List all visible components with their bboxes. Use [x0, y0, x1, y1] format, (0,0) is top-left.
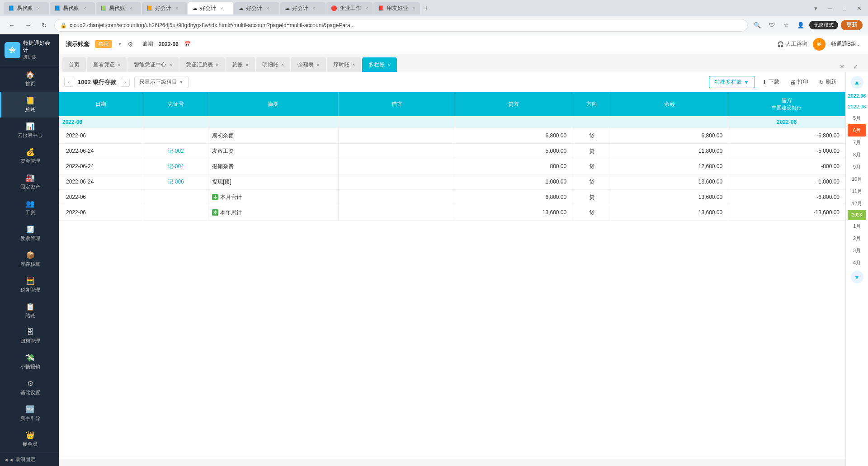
expand-tab-area-button[interactable]: ⤢ [850, 61, 861, 72]
extension-icon[interactable]: 🛡 [766, 19, 778, 31]
tab-enterprise[interactable]: 🔴 企业工作 × [326, 2, 373, 14]
bookmark-icon[interactable]: ☆ [780, 19, 792, 31]
sidebar-item-expense[interactable]: 💸 小畅报销 [0, 349, 59, 375]
tab-home[interactable]: 首页 [62, 57, 86, 72]
tab-close-2[interactable]: × [83, 5, 86, 11]
tab-youyou[interactable]: 📕 用友好业 × [373, 2, 420, 14]
calendar-icon[interactable]: 📅 [184, 41, 191, 47]
tab-yidaizhang-3[interactable]: 📗 易代账 × [96, 2, 141, 14]
next-account-button[interactable]: › [121, 78, 130, 87]
tab-haokuaiji-3[interactable]: ☁ 好会计 × [234, 2, 279, 14]
date-nav-jan[interactable]: 1月 [846, 220, 868, 232]
maximize-button[interactable]: □ [839, 3, 850, 14]
tab-balance-sheet[interactable]: 余额表 × [291, 57, 326, 72]
sidebar-item-tax[interactable]: 🧮 税务管理 [0, 272, 59, 298]
tab-close-7[interactable]: × [312, 5, 315, 11]
consult-button[interactable]: 🎧 人工咨询 [777, 40, 807, 48]
tab-yidaizhang-1[interactable]: 📘 易代账 × [4, 2, 49, 14]
sidebar-item-fixed-assets[interactable]: 🏭 固定资产 [0, 169, 59, 195]
sidebar-item-guide[interactable]: 🆕 新手引导 [0, 400, 59, 426]
tab-close-3[interactable]: × [129, 5, 132, 11]
date-nav-november[interactable]: 11月 [846, 185, 868, 198]
multi-ledger-button[interactable]: 特殊多栏账 ▼ [709, 76, 755, 88]
tab-haokuaiji-1[interactable]: 📙 好会计 × [142, 2, 187, 14]
url-input[interactable]: 🔒 cloud2.chanjet.com/accounting/uh26t264… [54, 19, 748, 32]
tab-close-chronological-ledger[interactable]: × [352, 62, 355, 67]
date-nav-august[interactable]: 8月 [846, 149, 868, 161]
tab-close-multi-column[interactable]: × [387, 62, 390, 67]
date-nav-mar[interactable]: 3月 [846, 245, 868, 257]
tab-close-smart-voucher[interactable]: × [169, 62, 172, 67]
date-nav-september[interactable]: 9月 [846, 161, 868, 173]
tab-close-view-voucher[interactable]: × [118, 62, 120, 67]
tab-voucher-summary[interactable]: 凭证汇总表 × [179, 57, 225, 72]
sidebar-item-invoice[interactable]: 🧾 发票管理 [0, 221, 59, 246]
forward-button[interactable]: → [22, 19, 34, 32]
sidebar-item-close-accounts[interactable]: 📋 结账 [0, 298, 59, 324]
horizontal-scrollbar[interactable] [59, 459, 845, 466]
sub-filter-dropdown[interactable]: 只显示下级科目 ▼ [134, 76, 189, 88]
demo-tag[interactable]: 禁用 [95, 40, 112, 48]
update-button[interactable]: 更新 [841, 20, 863, 30]
date-nav-october[interactable]: 10月 [846, 173, 868, 185]
profile-icon[interactable]: 👤 [795, 19, 807, 31]
sidebar-item-membership[interactable]: 👑 畅会员 [0, 426, 59, 452]
tab-close-1[interactable]: × [37, 5, 40, 11]
refresh-button[interactable]: ↻ 刷新 [816, 76, 840, 88]
tab-close-4[interactable]: × [175, 5, 178, 11]
download-button[interactable]: ⬇ 下载 [759, 76, 783, 88]
date-nav-up-button[interactable]: ▲ [851, 76, 863, 89]
search-icon[interactable]: 🔍 [751, 19, 763, 31]
refresh-button[interactable]: ↻ [38, 19, 51, 32]
tab-close-balance-sheet[interactable]: × [316, 62, 319, 67]
user-name[interactable]: 畅通通B组... [831, 40, 861, 48]
tab-close-6[interactable]: × [266, 5, 269, 11]
tab-general-ledger[interactable]: 总账 × [226, 57, 255, 72]
print-button[interactable]: 🖨 打印 [787, 76, 812, 88]
tab-close-9[interactable]: × [412, 5, 415, 11]
tab-haokuaiji-2[interactable]: ☁ 好会计 × [188, 2, 233, 14]
tab-yidaizhang-2[interactable]: 📘 易代账 × [50, 2, 95, 14]
tab-close-general-ledger[interactable]: × [245, 62, 248, 67]
minimize-button[interactable]: ─ [825, 3, 835, 14]
close-browser-button[interactable]: ✕ [854, 3, 864, 14]
tab-detailed-ledger[interactable]: 明细账 × [256, 57, 290, 72]
date-nav-year-2023[interactable]: 2023 [848, 210, 866, 220]
date-nav-feb[interactable]: 2月 [846, 232, 868, 245]
sidebar-item-ledger[interactable]: 📒 总账 [0, 92, 59, 118]
settings-button[interactable]: ⚙ [127, 41, 133, 48]
tab-close-8[interactable]: × [365, 5, 368, 11]
sidebar-item-funds[interactable]: 💰 资金管理 [0, 143, 59, 169]
sidebar-item-reports[interactable]: 📊 云报表中心 [0, 118, 59, 143]
sidebar-pin-toggle[interactable]: ◄◄ 取消固定 [0, 452, 59, 466]
date-nav-apr[interactable]: 4月 [846, 257, 868, 269]
back-button[interactable]: ← [5, 19, 18, 32]
new-tab-button[interactable]: + [421, 3, 432, 14]
voucher-link-004[interactable]: 记-004 [168, 163, 184, 169]
sidebar-item-inventory[interactable]: 📦 库存核算 [0, 246, 59, 272]
sidebar-item-payroll[interactable]: 👥 工资 [0, 195, 59, 221]
voucher-link-002[interactable]: 记-002 [168, 148, 184, 154]
date-nav-june[interactable]: 6月 [848, 124, 866, 137]
tab-multi-column-ledger[interactable]: 多栏账 × [362, 57, 396, 72]
tab-view-voucher[interactable]: 查看凭证 × [87, 57, 127, 72]
date-nav-july[interactable]: 7月 [846, 137, 868, 149]
tab-list-button[interactable]: ▾ [810, 3, 821, 14]
tab-close-voucher-summary[interactable]: × [216, 62, 218, 67]
voucher-link-006[interactable]: 记-006 [168, 179, 184, 185]
sidebar-item-settings[interactable]: ⚙ 基础设置 [0, 375, 59, 400]
tab-chronological-ledger[interactable]: 序时账 × [327, 57, 361, 72]
stealth-mode-button[interactable]: 无痕模式 [809, 21, 838, 29]
tab-haokuaiji-4[interactable]: ☁ 好会计 × [280, 2, 326, 14]
date-nav-december[interactable]: 12月 [846, 198, 868, 210]
date-nav-may[interactable]: 5月 [846, 112, 868, 124]
prev-account-button[interactable]: ‹ [64, 78, 73, 87]
sidebar-item-archive[interactable]: 🗄 归档管理 [0, 324, 59, 349]
tab-smart-voucher[interactable]: 智能凭证中心 × [127, 57, 178, 72]
date-nav-down-button[interactable]: ▼ [851, 271, 863, 283]
close-tab-area-button[interactable]: ✕ [836, 61, 847, 72]
tab-close-5[interactable]: × [220, 5, 223, 11]
sidebar-item-home[interactable]: 🏠 首页 [0, 66, 59, 92]
tab-close-detailed-ledger[interactable]: × [281, 62, 284, 67]
dropdown-arrow[interactable]: ▼ [118, 42, 122, 47]
